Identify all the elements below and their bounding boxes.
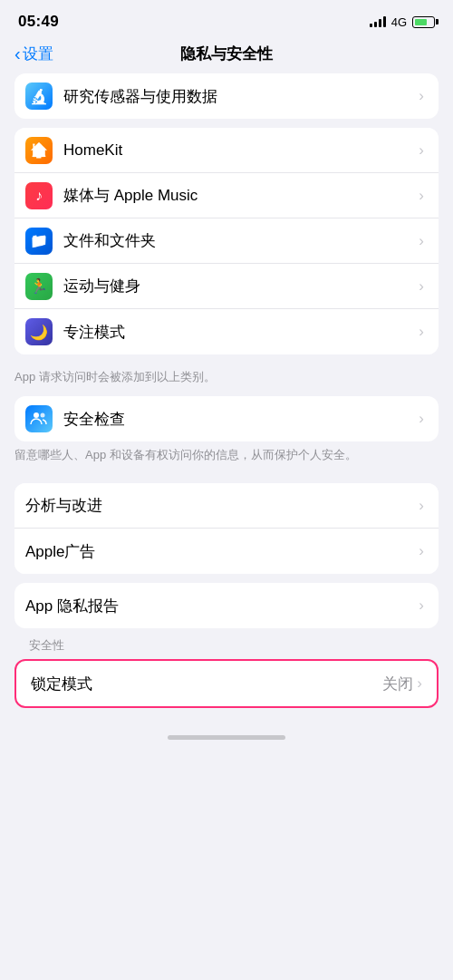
research-item[interactable]: 🔬 研究传感器与使用数据 › [14,73,439,119]
page-title: 隐私与安全性 [180,44,273,64]
lockdown-label: 锁定模式 [31,674,92,694]
chevron-right-icon: › [419,187,424,205]
signal-icon [370,16,386,27]
safety-check-label: 安全检查 [63,409,415,430]
chevron-right-icon: › [419,87,424,105]
homekit-label: HomeKit [63,141,415,160]
battery-icon [412,16,435,28]
lockdown-section: 锁定模式 关闭 › [14,659,439,708]
lockdown-item[interactable]: 锁定模式 关闭 › [16,661,437,706]
lockdown-value: 关闭 [382,674,413,694]
safety-check-item[interactable]: 安全检查 › [14,396,439,441]
home-bar [168,735,285,740]
section-note: App 请求访问时会被添加到以上类别。 [0,364,453,396]
chevron-right-icon: › [419,497,424,515]
chevron-right-icon: › [419,410,424,428]
app-privacy-section: App 隐私报告 › [14,583,439,628]
music-icon: ♪ [25,182,53,209]
homekit-icon: 🏠 [25,137,53,164]
status-time: 05:49 [18,13,59,31]
fitness-item[interactable]: 🏃 运动与健身 › [14,264,439,309]
chevron-right-icon: › [419,277,424,296]
nav-bar: ‹ 设置 隐私与安全性 [0,36,453,73]
status-icons: 4G [370,15,435,29]
homekit-item[interactable]: 🏠 HomeKit › [14,128,439,173]
chevron-right-icon: › [419,323,424,341]
back-button[interactable]: ‹ 设置 [14,44,53,64]
svg-point-0 [34,412,39,418]
research-label: 研究传感器与使用数据 [63,86,415,107]
network-label: 4G [391,15,407,29]
back-chevron-icon: ‹ [14,44,21,63]
focus-item[interactable]: 🌙 专注模式 › [14,309,439,354]
files-item[interactable]: 📁 文件和文件夹 › [14,218,439,264]
focus-icon: 🌙 [25,318,53,345]
lockdown-value-group: 关闭 › [382,674,422,694]
safety-icon [25,405,53,432]
chevron-right-icon: › [419,141,424,160]
apple-ads-item[interactable]: Apple广告 › [14,529,439,574]
lockdown-chevron-icon: › [417,674,422,693]
back-label: 设置 [23,44,53,64]
app-privacy-label: App 隐私报告 [25,596,415,616]
chevron-right-icon: › [419,232,424,250]
lockdown-section-label: 安全性 [14,637,439,659]
home-indicator [0,726,453,747]
analytics-section: 分析与改进 › Apple广告 › [14,483,439,574]
music-item[interactable]: ♪ 媒体与 Apple Music › [14,173,439,218]
app-permissions-section: 🏠 HomeKit › ♪ 媒体与 Apple Music › 📁 文件和文件夹… [14,128,439,354]
svg-point-1 [41,413,45,418]
files-icon: 📁 [25,228,53,255]
music-label: 媒体与 Apple Music [63,185,415,206]
safety-check-section: 安全检查 › [14,396,439,441]
focus-label: 专注模式 [63,322,415,343]
analytics-item[interactable]: 分析与改进 › [14,483,439,529]
apple-ads-label: Apple广告 [25,541,415,562]
fitness-icon: 🏃 [25,273,53,300]
app-privacy-item[interactable]: App 隐私报告 › [14,583,439,628]
chevron-right-icon: › [419,542,424,560]
status-bar: 05:49 4G [0,0,453,36]
analytics-label: 分析与改进 [25,495,415,516]
top-partial-section: 🔬 研究传感器与使用数据 › [14,73,439,119]
files-label: 文件和文件夹 [63,230,415,251]
lockdown-wrapper: 安全性 锁定模式 关闭 › [14,637,439,708]
chevron-right-icon: › [419,597,424,615]
research-icon: 🔬 [25,82,53,110]
fitness-label: 运动与健身 [63,276,415,296]
safety-note: 留意哪些人、App 和设备有权访问你的信息，从而保护个人安全。 [0,441,453,474]
